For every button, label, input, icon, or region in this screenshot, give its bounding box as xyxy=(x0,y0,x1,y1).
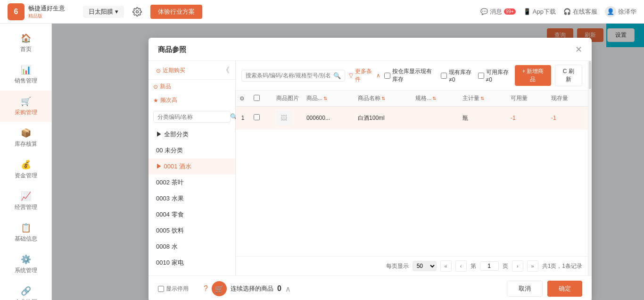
warehouse-checkbox[interactable] xyxy=(384,73,390,79)
sidebar-item-operations[interactable]: 📈 经营管理 xyxy=(0,185,51,217)
category-label: 0008 水 xyxy=(156,242,178,251)
product-search-icon[interactable]: 🔍 xyxy=(333,72,341,79)
category-item-0003[interactable]: 0003 水果 xyxy=(149,191,235,207)
category-label: ▶ 0001 酒水 xyxy=(156,162,191,171)
table-row[interactable]: 1 🖼 000600... xyxy=(236,107,588,130)
sidebar-item-enterprise[interactable]: 🔗 企业协同 xyxy=(0,280,51,300)
page-number-input[interactable] xyxy=(480,261,499,271)
modal-body: ⊙ 近期购买 《 ⊙ 新品 ★ 频次高 � xyxy=(149,61,592,275)
cart-count: 0 xyxy=(277,284,281,293)
recent-purchases-btn[interactable]: ⊙ 近期购买 xyxy=(153,66,188,75)
modal-footer: 显示停用 ? 🛒 连续选择的商品 0 ∧ 取消 确定 xyxy=(149,275,592,300)
settings-icon[interactable] xyxy=(130,4,145,19)
messages-btn[interactable]: 💬 消息 99+ xyxy=(480,8,516,16)
refresh-button[interactable]: C 刷新 xyxy=(555,65,582,86)
product-search-input[interactable] xyxy=(246,72,331,79)
category-item-0004[interactable]: 0004 零食 xyxy=(149,207,235,223)
category-item-0002[interactable]: 0002 茶叶 xyxy=(149,175,235,191)
cart-icon-btn[interactable]: 🛒 xyxy=(212,281,227,296)
nav-right: 💬 消息 99+ 📱 App下载 🎧 在线客服 👤 徐泽华 xyxy=(480,6,636,17)
sidebar-item-label: 系统管理 xyxy=(15,267,37,275)
modal-close-button[interactable]: ✕ xyxy=(575,44,582,55)
product-unit-cell: 瓶 xyxy=(459,107,507,130)
frequent-products-btn[interactable]: ★ 频次高 xyxy=(149,93,235,107)
enterprise-icon: 🔗 xyxy=(21,286,31,296)
col-product-code: 商品... ⇅ xyxy=(303,91,354,107)
store-selector[interactable]: 日太阳膜 ▾ xyxy=(83,6,124,18)
category-item-0001[interactable]: ▶ 0001 酒水 xyxy=(149,158,235,175)
col-unit: 主计量 ⇅ xyxy=(459,91,507,107)
category-label: 0003 水果 xyxy=(156,194,184,203)
add-product-button[interactable]: + 新增商品 xyxy=(515,65,551,86)
confirm-button[interactable]: 确定 xyxy=(547,281,582,297)
category-list: ▶ 全部分类 00 未分类 ▶ 0001 酒水 0002 茶叶 0003 水果 xyxy=(149,126,235,271)
per-page-select[interactable]: 50 100 xyxy=(413,261,437,271)
collapse-panel-btn[interactable]: 《 xyxy=(221,66,231,75)
basic-info-icon: 📋 xyxy=(21,223,31,233)
category-item-00[interactable]: 00 未分类 xyxy=(149,142,235,158)
sidebar-item-finance[interactable]: 💰 资金管理 xyxy=(0,154,51,185)
select-all-checkbox[interactable] xyxy=(254,95,260,101)
row-checkbox[interactable] xyxy=(254,114,260,120)
product-name-cell: 白酒100ml xyxy=(354,107,412,130)
sidebar-item-label: 库存核算 xyxy=(15,140,37,148)
category-item-0005[interactable]: 0005 饮料 xyxy=(149,223,235,239)
page-suffix-label: 页 xyxy=(503,262,508,270)
available-stock-checkbox-group: 现有库存≠0 xyxy=(441,68,474,83)
cancel-button[interactable]: 取消 xyxy=(507,281,543,297)
system-icon: ⚙️ xyxy=(21,254,31,265)
category-item-0010[interactable]: 0010 家电 xyxy=(149,255,235,271)
sidebar-item-sales[interactable]: 📊 销售管理 xyxy=(0,59,51,91)
sidebar-item-label: 采购管理 xyxy=(15,108,37,117)
product-reference-modal: 商品参照 ✕ ⊙ 近期购买 《 ⊙ 新品 xyxy=(149,38,592,300)
cart-collapse-btn[interactable]: ∧ xyxy=(285,284,291,293)
new-products-btn[interactable]: ⊙ 新品 xyxy=(149,80,235,93)
filter-icon: ▽ xyxy=(349,72,353,79)
product-search-box[interactable]: 🔍 xyxy=(241,70,345,82)
sidebar-item-purchase[interactable]: 🛒 采购管理 xyxy=(0,91,51,122)
usable-stock-checkbox-group: 可用库存≠0 xyxy=(478,68,511,83)
cart-text: 连续选择的商品 xyxy=(231,284,273,293)
app-download-btn[interactable]: 📱 App下载 xyxy=(523,8,556,16)
store-name: 日太阳膜 xyxy=(89,8,113,16)
sidebar-item-inventory[interactable]: 📦 库存核算 xyxy=(0,122,51,154)
scrollbar-thumb[interactable] xyxy=(589,61,591,89)
online-service-btn[interactable]: 🎧 在线客服 xyxy=(563,8,597,16)
usable-stock-checkbox[interactable] xyxy=(478,73,484,79)
col-stock: 现存量 xyxy=(547,91,588,107)
sidebar-item-system[interactable]: ⚙️ 系统管理 xyxy=(0,249,51,280)
modal-scrollbar[interactable] xyxy=(588,61,592,275)
prev-page-btn[interactable]: ‹ xyxy=(455,260,467,272)
right-panel: 🔍 ▽ 更多条件 ∧ 按仓库显示现有库存 xyxy=(236,61,588,275)
category-label: 0010 家电 xyxy=(156,258,184,267)
show-disabled-checkbox[interactable] xyxy=(158,286,164,292)
col-available: 可用量 xyxy=(507,91,547,107)
chevron-down-icon: ▾ xyxy=(115,8,118,15)
product-code-cell: 000600... xyxy=(303,107,354,130)
sidebar-item-label: 首页 xyxy=(20,45,32,53)
category-item-all[interactable]: ▶ 全部分类 xyxy=(149,126,235,142)
available-stock-checkbox[interactable] xyxy=(441,73,447,79)
category-item-0008[interactable]: 0008 水 xyxy=(149,239,235,255)
new-icon: ⊙ xyxy=(153,83,158,90)
sidebar-item-basic-info[interactable]: 📋 基础信息 xyxy=(0,217,51,249)
product-available-cell: -1 xyxy=(507,107,547,130)
last-page-btn[interactable]: » xyxy=(527,260,538,272)
next-page-btn[interactable]: › xyxy=(512,260,523,272)
logo-icon: 6 xyxy=(8,3,25,20)
category-label: 0005 饮料 xyxy=(156,226,184,235)
sidebar-item-home[interactable]: 🏠 首页 xyxy=(0,27,51,59)
first-page-btn[interactable]: « xyxy=(440,260,452,272)
messages-badge: 99+ xyxy=(504,8,516,15)
user-avatar[interactable]: 👤 徐泽华 xyxy=(605,6,636,17)
pagination: 每页显示 50 100 « ‹ 第 页 › » 共1页，1条记录 xyxy=(236,256,588,275)
product-stock-cell: -1 xyxy=(547,107,588,130)
category-search-box[interactable]: 🔍 xyxy=(153,111,231,123)
category-search-input[interactable] xyxy=(157,114,228,120)
purchase-icon: 🛒 xyxy=(21,96,31,107)
experience-btn[interactable]: 体验行业方案 xyxy=(150,5,202,19)
filter-more-btn[interactable]: ▽ 更多条件 ∧ xyxy=(349,67,380,83)
top-nav: 6 畅捷通好生意 精品版 日太阳膜 ▾ 体验行业方案 💬 消息 99+ 📱 Ap… xyxy=(0,0,644,24)
help-icon[interactable]: ? xyxy=(204,284,208,293)
product-image-cell: 🖼 xyxy=(272,107,303,130)
